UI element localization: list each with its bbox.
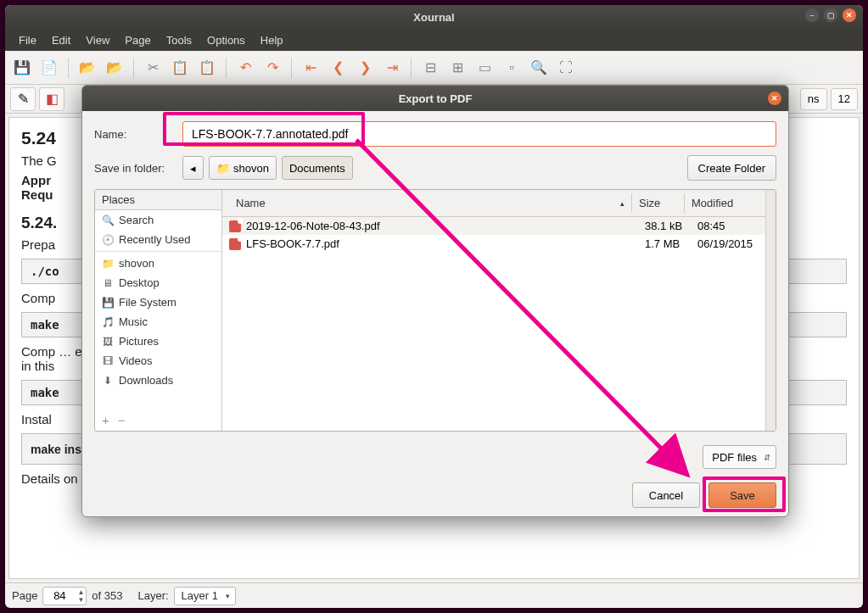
layer-combo[interactable]: Layer 1 [174, 587, 236, 605]
file-modified: 08:45 [691, 220, 765, 232]
file-row[interactable]: LFS-BOOK-7.7.pdf1.7 MB06/19/2015 [222, 235, 765, 253]
create-folder-button[interactable]: Create Folder [687, 155, 776, 181]
place-icon: ⬇ [102, 375, 114, 387]
layer-label: Layer: [137, 589, 168, 602]
pen-tool-icon[interactable]: ✎ [10, 87, 36, 111]
col-size[interactable]: Size [631, 193, 684, 213]
path-segment-documents[interactable]: Documents [282, 156, 353, 180]
place-label: Pictures [119, 335, 159, 348]
place-item[interactable]: 🖼Pictures [95, 332, 221, 351]
place-icon: 💾 [102, 297, 114, 309]
undo-icon[interactable]: ↶ [233, 56, 257, 80]
maximize-button[interactable]: ▢ [824, 8, 837, 22]
remove-bookmark-icon[interactable]: − [118, 413, 126, 427]
place-item[interactable]: 🎵Music [95, 312, 221, 332]
copy-icon[interactable]: 📋 [168, 56, 192, 80]
pdf-icon [229, 238, 241, 250]
file-browser: Places 🔍Search🕘Recently Used📁shovon🖥Desk… [94, 189, 776, 432]
place-icon: 🔍 [102, 215, 114, 226]
last-page-icon[interactable]: ⇥ [380, 56, 404, 80]
place-label: Videos [119, 354, 153, 367]
place-item[interactable]: 🕘Recently Used [95, 230, 221, 249]
place-item[interactable]: 📁shovon [95, 254, 221, 273]
first-page-icon[interactable]: ⇤ [299, 56, 322, 80]
zoom-tool-icon[interactable]: 🔍 [527, 56, 551, 80]
page-label: Page [12, 589, 37, 602]
paste-icon[interactable]: 📋 [195, 56, 219, 80]
save-button[interactable]: Save [708, 482, 776, 508]
place-icon: 🖥 [102, 277, 114, 289]
next-page-icon[interactable]: ❯ [353, 56, 377, 80]
file-size: 38.1 kB [638, 220, 691, 232]
place-item[interactable]: ⬇Downloads [95, 371, 221, 390]
place-label: shovon [119, 257, 154, 270]
new-icon[interactable]: 📄 [37, 56, 61, 80]
menubar: File Edit View Page Tools Options Help [5, 29, 863, 51]
page-total: of 353 [92, 589, 122, 602]
page-spinner[interactable]: ▲▼ [42, 587, 87, 605]
file-size: 1.7 MB [638, 237, 691, 250]
fit-width-icon[interactable]: ▭ [473, 56, 496, 80]
place-item[interactable]: 🔍Search [95, 210, 221, 230]
export-pdf-dialog: Export to PDF ✕ Name: Save in folder: ◂ … [81, 85, 789, 517]
place-item[interactable]: 🖥Desktop [95, 273, 221, 293]
file-name: 2019-12-06-Note-08-43.pdf [246, 220, 380, 232]
place-label: Music [119, 315, 148, 328]
fullscreen-icon[interactable]: ⛶ [554, 56, 578, 80]
place-icon: 🎞 [102, 355, 114, 367]
statusbar: Page ▲▼ of 353 Layer: Layer 1 [5, 582, 863, 608]
places-sidebar: Places 🔍Search🕘Recently Used📁shovon🖥Desk… [95, 190, 222, 431]
filename-input[interactable] [182, 121, 776, 147]
close-button[interactable]: ✕ [843, 8, 856, 22]
file-list: Name▴ Size Modified 2019-12-06-Note-08-4… [222, 190, 765, 431]
place-label: Recently Used [119, 233, 191, 246]
dialog-titlebar: Export to PDF ✕ [82, 86, 788, 111]
zoom-in-icon[interactable]: ⊞ [445, 56, 469, 80]
open-icon[interactable]: 📂 [76, 56, 99, 80]
cut-icon[interactable]: ✂ [141, 56, 165, 80]
place-icon: 🕘 [102, 234, 114, 246]
place-item[interactable]: 💾File System [95, 293, 221, 312]
name-label: Name: [94, 128, 172, 141]
places-header: Places [95, 190, 221, 210]
minimize-button[interactable]: – [805, 8, 819, 22]
save-icon[interactable]: 💾 [10, 56, 34, 80]
menu-view[interactable]: View [79, 31, 116, 49]
open2-icon[interactable]: 📂 [103, 56, 126, 80]
col-name[interactable]: Name▴ [229, 193, 631, 213]
ns-label: ns [800, 88, 827, 110]
menu-tools[interactable]: Tools [160, 31, 199, 49]
file-row[interactable]: 2019-12-06-Note-08-43.pdf38.1 kB08:45 [222, 217, 765, 235]
place-label: Desktop [119, 276, 160, 289]
cancel-button[interactable]: Cancel [632, 482, 700, 508]
eraser-tool-icon[interactable]: ◧ [39, 87, 64, 111]
menu-page[interactable]: Page [118, 31, 157, 49]
place-icon: 🎵 [102, 316, 114, 328]
places-footer: + − [95, 410, 221, 431]
menu-options[interactable]: Options [200, 31, 252, 49]
path-segment-shovon[interactable]: 📁shovon [209, 156, 277, 180]
menu-help[interactable]: Help [254, 31, 290, 49]
path-back-button[interactable]: ◂ [182, 156, 204, 180]
place-label: Downloads [119, 374, 173, 387]
page-input[interactable] [43, 589, 76, 602]
scrollbar[interactable] [765, 190, 776, 431]
menu-edit[interactable]: Edit [45, 31, 77, 49]
menu-file[interactable]: File [12, 31, 43, 49]
fit-page-icon[interactable]: ▫ [500, 56, 524, 80]
file-modified: 06/19/2015 [691, 237, 765, 250]
titlebar: Xournal – ▢ ✕ [5, 5, 863, 29]
dialog-close-button[interactable]: ✕ [768, 92, 781, 105]
filetype-combo[interactable]: PDF files [703, 445, 776, 469]
prev-page-icon[interactable]: ❮ [326, 56, 350, 80]
zoom-out-icon[interactable]: ⊟ [418, 56, 442, 80]
window-controls: – ▢ ✕ [805, 8, 856, 22]
dialog-title: Export to PDF [399, 92, 473, 105]
add-bookmark-icon[interactable]: + [102, 413, 109, 427]
file-name: LFS-BOOK-7.7.pdf [246, 237, 339, 250]
main-toolbar: 💾 📄 📂 📂 ✂ 📋 📋 ↶ ↷ ⇤ ❮ ❯ ⇥ ⊟ ⊞ ▭ ▫ 🔍 ⛶ [5, 51, 863, 85]
redo-icon[interactable]: ↷ [260, 56, 284, 80]
place-item[interactable]: 🎞Videos [95, 351, 221, 371]
place-label: Search [119, 214, 154, 226]
col-modified[interactable]: Modified [684, 193, 759, 213]
